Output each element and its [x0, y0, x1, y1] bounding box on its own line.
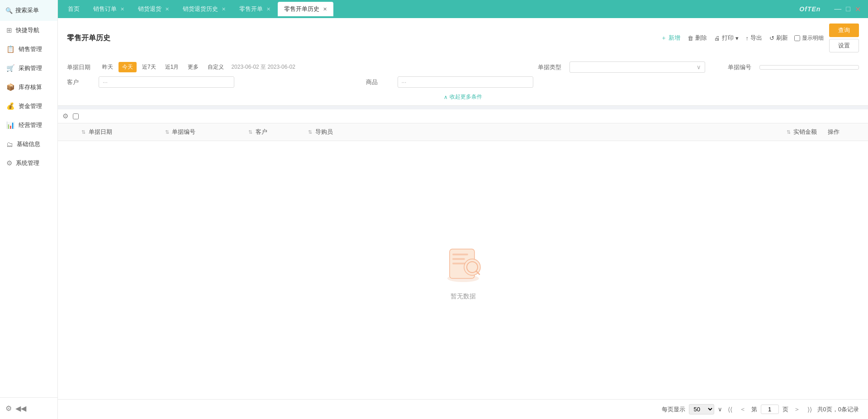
- tab-sales-return-close[interactable]: ✕: [165, 6, 169, 12]
- sidebar-item-finance[interactable]: 💰 资金管理: [0, 97, 57, 116]
- collapse-up-icon: ∧: [444, 94, 448, 100]
- sidebar-search-label: 搜索采单: [15, 6, 39, 14]
- col-action: 操作: [822, 123, 868, 141]
- col-customer[interactable]: ⇅ 客户: [243, 123, 303, 141]
- tab-sales-order[interactable]: 销售订单 ✕: [87, 2, 131, 16]
- sidebar-item-label: 资金管理: [19, 102, 42, 110]
- tab-home[interactable]: 首页: [62, 2, 86, 16]
- pagination: 每页显示 50 10 20 100 ∨ ⟨⟨ ＜ 第 页 ＞ ⟩⟩ 共0页，0条…: [58, 399, 868, 419]
- tab-home-label: 首页: [68, 5, 80, 13]
- quick-nav-icon: ⊞: [6, 26, 12, 34]
- page-prev-btn[interactable]: ＜: [738, 405, 748, 414]
- print-label: 打印: [722, 34, 734, 42]
- display-detail-label: 显示明细: [802, 34, 824, 42]
- sys-mgmt-icon: ⚙: [6, 159, 12, 167]
- close-btn[interactable]: ✕: [855, 5, 861, 14]
- col-date-sort-icon: ⇅: [81, 129, 85, 135]
- select-all-label[interactable]: [73, 113, 79, 119]
- sidebar-item-purchase-mgmt[interactable]: 🛒 采购管理: [0, 59, 57, 78]
- svg-rect-3: [452, 258, 465, 260]
- maximize-btn[interactable]: □: [846, 5, 850, 13]
- empty-illustration: [441, 240, 486, 285]
- sidebar-collapse-icon[interactable]: ◀◀: [15, 404, 26, 413]
- add-label: 新增: [669, 34, 680, 42]
- tab-sales-return[interactable]: 销货退货 ✕: [132, 2, 175, 16]
- col-num-sort-icon: ⇅: [165, 129, 169, 135]
- base-info-icon: 🗂: [6, 141, 13, 148]
- date-today-btn[interactable]: 今天: [119, 62, 137, 72]
- display-detail-input[interactable]: [794, 35, 800, 41]
- minimize-btn[interactable]: —: [834, 5, 841, 13]
- add-button[interactable]: ＋ 新增: [660, 32, 681, 44]
- sidebar-item-quick-nav[interactable]: ⊞ 快捷导航: [0, 21, 57, 40]
- col-guide[interactable]: ⇅ 导购员: [303, 123, 374, 141]
- page-num-input[interactable]: [761, 405, 779, 414]
- toolbar-buttons: ＋ 新增 🗑 删除 🖨 打印 ▾ ↑ 导出: [660, 24, 859, 52]
- sidebar-item-inventory[interactable]: 📦 库存核算: [0, 78, 57, 97]
- tab-sales-return-history[interactable]: 销货退货历史 ✕: [176, 2, 232, 16]
- sidebar-search[interactable]: 🔍 搜索采单: [0, 0, 57, 21]
- date-more-btn[interactable]: 更多: [184, 62, 202, 72]
- date-yesterday-btn[interactable]: 昨天: [99, 62, 117, 72]
- sidebar-item-sys-mgmt[interactable]: ⚙ 系统管理: [0, 154, 57, 173]
- date-7days-btn[interactable]: 近7天: [138, 62, 160, 72]
- col-num-label: 单据编号: [172, 128, 195, 135]
- page-title-row: 零售开单历史 ＋ 新增 🗑 删除 🖨 打印 ▾: [67, 24, 859, 52]
- order-type-select[interactable]: ∨: [569, 61, 705, 73]
- sidebar: 🔍 搜索采单 ⊞ 快捷导航 📋 销售管理 🛒 采购管理 📦 库存核算 💰 资金管…: [0, 0, 58, 419]
- per-page-label: 每页显示: [662, 405, 685, 414]
- page-last-btn[interactable]: ⟩⟩: [806, 405, 814, 414]
- pagination-arrow-icon: ∨: [718, 406, 722, 413]
- brand-label: OfTEn: [799, 5, 821, 13]
- settings-gear-icon[interactable]: ⚙: [5, 404, 12, 413]
- settings-button[interactable]: 设置: [829, 39, 859, 52]
- print-button[interactable]: 🖨 打印 ▾: [713, 32, 740, 44]
- select-all-checkbox[interactable]: [73, 113, 79, 119]
- page-first-btn[interactable]: ⟨⟨: [726, 405, 734, 414]
- col-num[interactable]: ⇅ 单据编号: [160, 123, 243, 141]
- col-amount[interactable]: ⇅ 实销金额: [739, 123, 823, 141]
- export-label: 导出: [750, 34, 762, 42]
- col-checkbox: [58, 123, 76, 141]
- operations-icon: 📊: [6, 121, 15, 129]
- export-button[interactable]: ↑ 导出: [745, 32, 764, 44]
- search-icon: 🔍: [5, 7, 13, 14]
- date-1month-btn[interactable]: 近1月: [161, 62, 183, 72]
- display-detail-checkbox[interactable]: 显示明细: [794, 34, 824, 42]
- tab-sales-return-history-label: 销货退货历史: [183, 5, 218, 13]
- tab-sales-order-close[interactable]: ✕: [120, 6, 124, 12]
- purchase-mgmt-icon: 🛒: [6, 64, 15, 72]
- collapse-label: 收起更多条件: [450, 93, 482, 101]
- table-header: ⇅ 单据日期 ⇅ 单据编号 ⇅ 客户 ⇅ 导购员: [58, 123, 868, 141]
- refresh-icon: ↺: [769, 35, 774, 42]
- page-label: 第: [751, 405, 757, 414]
- main-area: 首页 销售订单 ✕ 销货退货 ✕ 销货退货历史 ✕ 零售开单 ✕ 零售开单历史 …: [58, 0, 868, 419]
- table-settings-icon[interactable]: ⚙: [62, 112, 68, 120]
- sidebar-item-base-info[interactable]: 🗂 基础信息: [0, 135, 57, 154]
- total-info: 共0页，0条记录: [817, 405, 859, 414]
- tab-retail-open-close[interactable]: ✕: [266, 6, 270, 12]
- page-title: 零售开单历史: [67, 33, 110, 43]
- goods-input[interactable]: ···: [398, 76, 533, 88]
- customer-input[interactable]: ···: [99, 76, 234, 88]
- sidebar-bottom: ⚙ ◀◀: [0, 397, 57, 419]
- order-num-input[interactable]: [759, 65, 859, 70]
- collapse-filters-btn[interactable]: ∧ 收起更多条件: [67, 91, 859, 104]
- date-custom-btn[interactable]: 自定义: [204, 62, 228, 72]
- delete-button[interactable]: 🗑 删除: [687, 32, 708, 44]
- tab-sales-return-history-close[interactable]: ✕: [222, 6, 226, 12]
- tab-retail-open-history-close[interactable]: ✕: [323, 6, 327, 12]
- per-page-select[interactable]: 50 10 20 100: [689, 404, 714, 414]
- sidebar-item-operations[interactable]: 📊 经营管理: [0, 116, 57, 135]
- sidebar-item-label: 库存核算: [19, 83, 42, 91]
- refresh-button[interactable]: ↺ 刷新: [768, 32, 789, 44]
- customer-placeholder: ···: [103, 79, 108, 85]
- tab-retail-open[interactable]: 零售开单 ✕: [233, 2, 277, 16]
- filter-row-customer: 客户 ··· 商品 ···: [67, 76, 859, 88]
- page-next-btn[interactable]: ＞: [792, 405, 802, 414]
- tab-retail-open-history[interactable]: 零售开单历史 ✕: [278, 2, 333, 16]
- col-date[interactable]: ⇅ 单据日期: [76, 123, 160, 141]
- sidebar-item-label: 快捷导航: [16, 26, 39, 34]
- sidebar-item-sales-mgmt[interactable]: 📋 销售管理: [0, 40, 57, 59]
- query-button[interactable]: 查询: [829, 24, 859, 37]
